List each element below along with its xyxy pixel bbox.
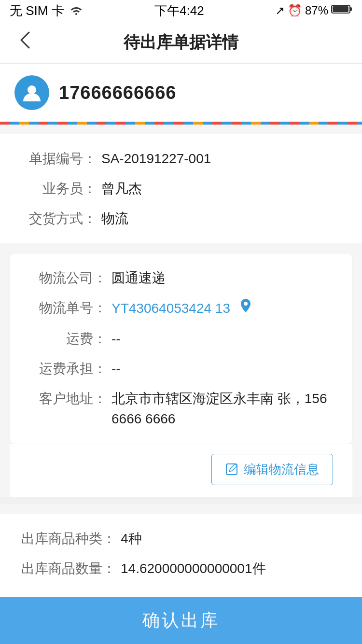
tracking-row: 物流单号： YT43064053424 13 [29, 298, 333, 319]
goods-types-value: 4种 [121, 529, 343, 549]
logistics-section: 物流公司： 圆通速递 物流单号： YT43064053424 13 运费： --… [10, 253, 352, 444]
nav-bar: 待出库单据详情 [0, 21, 362, 64]
time-label: 下午4:42 [154, 2, 204, 19]
carrier-label: 无 SIM 卡 [10, 2, 64, 19]
avatar [14, 75, 49, 110]
dashed-divider [0, 122, 362, 125]
address-row: 客户地址： 北京市市辖区海淀区永丰南 张，156 6666 6666 [29, 389, 333, 429]
freight-payer-row: 运费承担： -- [29, 359, 333, 379]
user-icon [21, 82, 42, 103]
address-label: 客户地址： [29, 389, 107, 409]
svg-rect-1 [350, 7, 352, 11]
goods-types-row: 出库商品种类： 4种 [19, 529, 343, 549]
delivery-value: 物流 [101, 209, 343, 229]
battery-label: 87% [305, 4, 328, 17]
company-label: 物流公司： [29, 268, 107, 288]
location-pin-icon[interactable] [238, 298, 253, 319]
edit-logistics-button[interactable]: 编辑物流信息 [211, 454, 333, 485]
freight-payer-label: 运费承担： [29, 359, 107, 379]
tracking-label: 物流单号： [29, 298, 107, 318]
customer-header: 17666666666 [0, 64, 362, 122]
agent-row: 业务员： 曾凡杰 [19, 179, 343, 199]
freight-label: 运费： [29, 329, 107, 349]
goods-quantity-row: 出库商品数量： 14.620000000000001件 [19, 559, 343, 579]
doc-number-value: SA-20191227-001 [101, 149, 343, 169]
status-bar: 无 SIM 卡 下午4:42 ↗ ⏰ 87% [0, 0, 362, 21]
delivery-row: 交货方式： 物流 [19, 209, 343, 229]
freight-row: 运费： -- [29, 329, 333, 349]
confirm-button[interactable]: 确认出库 [19, 609, 343, 632]
company-row: 物流公司： 圆通速递 [29, 268, 333, 288]
doc-info-section: 单据编号： SA-20191227-001 业务员： 曾凡杰 交货方式： 物流 [0, 134, 362, 243]
doc-number-row: 单据编号： SA-20191227-001 [19, 149, 343, 169]
edit-icon [225, 463, 239, 476]
location-arrow-icon: ↗ [275, 4, 285, 17]
edit-logistics-label: 编辑物流信息 [244, 461, 319, 478]
agent-label: 业务员： [19, 179, 97, 199]
edit-logistics-area: 编辑物流信息 [10, 444, 352, 497]
confirm-area[interactable]: 确认出库 [0, 597, 362, 644]
doc-number-label: 单据编号： [19, 149, 97, 169]
status-left: 无 SIM 卡 [10, 2, 84, 19]
goods-quantity-value: 14.620000000000001件 [121, 559, 343, 579]
freight-value: -- [111, 329, 333, 349]
battery-icon [331, 4, 352, 17]
goods-types-label: 出库商品种类： [19, 529, 116, 549]
tracking-value: YT43064053424 13 [111, 298, 333, 319]
back-button[interactable] [14, 26, 36, 59]
goods-section: 出库商品种类： 4种 出库商品数量： 14.620000000000001件 [0, 514, 362, 593]
svg-point-3 [28, 85, 36, 94]
customer-phone: 17666666666 [59, 83, 176, 103]
alarm-icon: ⏰ [288, 4, 302, 17]
page-title: 待出库单据详情 [124, 31, 238, 54]
delivery-label: 交货方式： [19, 209, 97, 229]
wifi-icon [69, 3, 84, 18]
company-value: 圆通速递 [111, 268, 333, 288]
svg-rect-4 [226, 464, 237, 475]
svg-rect-2 [333, 6, 348, 12]
section-separator-1 [0, 497, 362, 504]
goods-quantity-label: 出库商品数量： [19, 559, 116, 579]
address-value: 北京市市辖区海淀区永丰南 张，156 6666 6666 [111, 389, 333, 429]
status-right: ↗ ⏰ 87% [275, 4, 352, 17]
agent-value: 曾凡杰 [101, 179, 343, 199]
freight-payer-value: -- [111, 359, 333, 379]
